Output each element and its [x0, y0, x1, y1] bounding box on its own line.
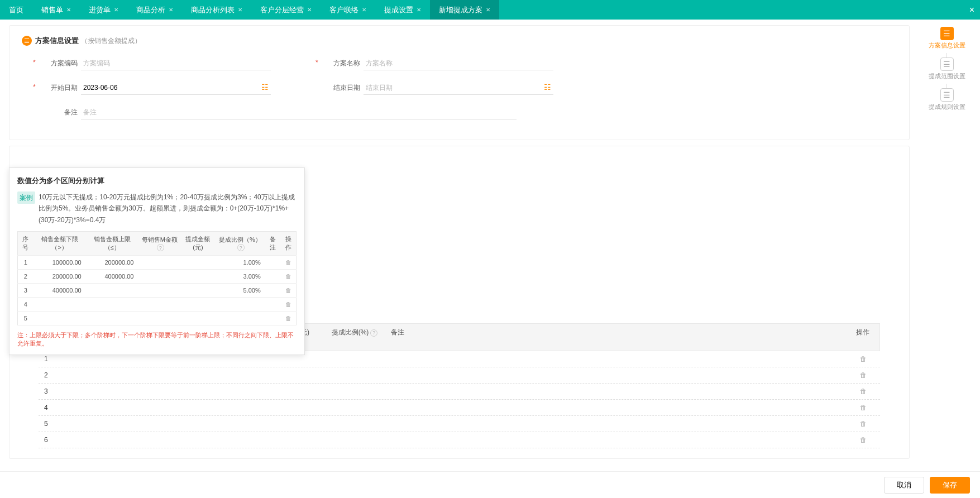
delete-icon[interactable]: 🗑: [860, 404, 867, 411]
side-nav: ☰方案信息设置☰提成范围设置☰提成规则设置: [920, 27, 973, 114]
help-icon[interactable]: ?: [157, 244, 164, 251]
tab-0[interactable]: 首页: [0, 0, 32, 20]
delete-icon[interactable]: 🗑: [285, 259, 291, 266]
close-tabs-icon[interactable]: ×: [969, 5, 974, 15]
label-plan-code: 方案编码: [39, 59, 78, 68]
section-subtitle: （按销售金额提成）: [81, 36, 141, 46]
example-tag: 案例: [17, 191, 35, 204]
footer-bar: 取消 保存: [0, 471, 980, 492]
delete-icon[interactable]: 🗑: [285, 301, 291, 308]
label-remark: 备注: [39, 108, 78, 117]
close-icon[interactable]: ✕: [307, 7, 312, 13]
save-button[interactable]: 保存: [930, 477, 970, 493]
pop-col-up: 销售金额上限（≤）: [86, 232, 138, 256]
delete-icon[interactable]: 🗑: [860, 355, 867, 363]
side-nav-icon: ☰: [940, 88, 954, 102]
tab-3[interactable]: 商品分析✕: [127, 0, 182, 20]
close-icon[interactable]: ✕: [238, 7, 242, 13]
delete-icon[interactable]: 🗑: [860, 436, 867, 444]
table-row[interactable]: 4🗑: [39, 400, 880, 416]
side-nav-icon: ☰: [940, 27, 954, 40]
side-nav-label: 提成范围设置: [920, 72, 973, 80]
tab-8[interactable]: 新增提成方案✕: [430, 0, 499, 20]
panel-plan-info: ☰ 方案信息设置 （按销售金额提成） 方案编码 方案名称 开始日期 ☷: [9, 25, 910, 140]
label-end-date: 结束日期: [321, 83, 360, 93]
start-date-input[interactable]: [81, 80, 271, 95]
col-op: 操作: [846, 324, 879, 351]
example-table: 序号销售金额下限（>）销售金额上限（≤）每销售M金额 ?提成金额(元)提成比例（…: [17, 231, 297, 325]
calendar-icon[interactable]: ☷: [261, 83, 269, 92]
pop-row: 1100000.00200000.001.00%🗑: [18, 256, 297, 270]
side-nav-label: 方案信息设置: [920, 41, 973, 50]
section-icon: ☰: [22, 36, 32, 46]
pop-row: 3400000.005.00%🗑: [18, 284, 297, 298]
delete-icon[interactable]: 🗑: [285, 315, 291, 322]
close-icon[interactable]: ✕: [486, 7, 490, 13]
table-row[interactable]: 3🗑: [39, 384, 880, 400]
plan-name-input[interactable]: [364, 56, 553, 70]
close-icon[interactable]: ✕: [66, 7, 71, 13]
section-title: 方案信息设置: [35, 36, 79, 46]
popup-warning: 注：上限必须大于下限；多个阶梯时，下一个阶梯下限要等于前一阶梯上限；不同行之间下…: [17, 331, 297, 348]
side-nav-item[interactable]: ☰提成范围设置: [920, 58, 973, 80]
pop-col-note: 备注: [265, 232, 281, 256]
delete-icon[interactable]: 🗑: [860, 371, 867, 379]
col-note: 备注: [385, 324, 846, 351]
close-icon[interactable]: ✕: [169, 7, 173, 13]
tab-2[interactable]: 进货单✕: [80, 0, 127, 20]
cancel-button[interactable]: 取消: [884, 477, 924, 493]
pop-row: 5🗑: [18, 312, 297, 325]
pop-col-amt: 提成金额(元): [181, 232, 215, 256]
tab-5[interactable]: 客户分层经营✕: [251, 0, 321, 20]
popup-title: 数值分为多个区间分别计算: [17, 176, 297, 186]
table-row[interactable]: 5🗑: [39, 416, 880, 432]
close-icon[interactable]: ✕: [114, 7, 118, 13]
pop-col-low: 销售金额下限（>）: [34, 232, 86, 256]
end-date-input[interactable]: [364, 80, 553, 95]
pop-row: 2200000.00400000.003.00%🗑: [18, 270, 297, 284]
pop-col-op: 操作: [280, 232, 296, 256]
delete-icon[interactable]: 🗑: [860, 387, 867, 395]
side-nav-label: 提成规则设置: [920, 103, 973, 111]
delete-icon[interactable]: 🗑: [285, 273, 291, 280]
tab-6[interactable]: 客户联络✕: [321, 0, 375, 20]
pop-row: 4🗑: [18, 298, 297, 312]
pop-col-seq: 序号: [18, 232, 34, 256]
label-start-date: 开始日期: [39, 83, 78, 93]
remark-input[interactable]: [81, 105, 517, 119]
delete-icon[interactable]: 🗑: [860, 420, 867, 428]
delete-icon[interactable]: 🗑: [285, 287, 291, 294]
side-nav-item[interactable]: ☰提成规则设置: [920, 88, 973, 111]
close-icon[interactable]: ✕: [362, 7, 366, 13]
table-row[interactable]: 6🗑: [39, 432, 880, 448]
table-row[interactable]: 2🗑: [39, 367, 880, 384]
tab-4[interactable]: 商品分析列表✕: [182, 0, 251, 20]
help-icon[interactable]: ?: [237, 244, 245, 251]
tab-7[interactable]: 提成设置✕: [375, 0, 430, 20]
example-text: 10万元以下无提成；10-20万元提成比例为1%；20-40万提成比例为3%；4…: [39, 191, 297, 226]
help-icon[interactable]: ?: [370, 329, 377, 337]
close-icon[interactable]: ✕: [417, 7, 421, 13]
example-popup: 数值分为多个区间分别计算 案例 10万元以下无提成；10-20万元提成比例为1%…: [9, 167, 305, 355]
col-pct: 提成比例(%)?: [324, 324, 385, 351]
pop-col-m: 每销售M金额 ?: [138, 232, 181, 256]
side-nav-icon: ☰: [940, 58, 954, 71]
side-nav-item[interactable]: ☰方案信息设置: [920, 27, 973, 50]
top-tab-bar: 首页销售单✕进货单✕商品分析✕商品分析列表✕客户分层经营✕客户联络✕提成设置✕新…: [0, 0, 980, 20]
tab-1[interactable]: 销售单✕: [32, 0, 80, 20]
plan-code-input[interactable]: [81, 56, 271, 70]
label-plan-name: 方案名称: [321, 59, 360, 68]
calendar-icon[interactable]: ☷: [544, 83, 551, 92]
pop-col-pct: 提成比例（%） ?: [215, 232, 265, 256]
